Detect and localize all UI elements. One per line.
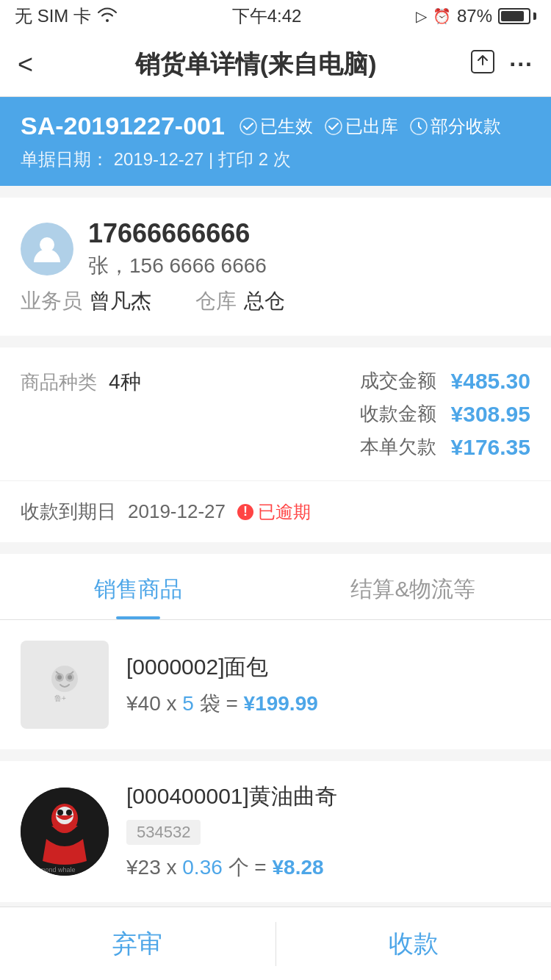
svg-point-14 [57, 810, 63, 815]
status-effective: 已生效 [240, 115, 313, 138]
product-price-2: ¥23 x 0.36 个 = ¥8.28 [126, 854, 530, 882]
battery-percent: 87% [457, 6, 492, 26]
status-partial: 部分收款 [410, 115, 501, 138]
carrier-label: 无 SIM 卡 [15, 4, 91, 28]
cancel-review-button[interactable]: 弃审 [0, 907, 276, 980]
product-item: 鲁+ [0000002]面包 ¥40 x 5 袋 = ¥199.99 [0, 620, 551, 749]
product-name-1: [0000002]面包 [126, 652, 530, 682]
customer-contact: 张，156 6666 6666 [88, 252, 267, 280]
back-button[interactable]: < [10, 42, 40, 87]
product-name-2: [000400001]黄油曲奇 [126, 782, 530, 812]
tab-settlement[interactable]: 结算&物流等 [276, 554, 551, 619]
tabs-section: 销售商品 结算&物流等 [0, 554, 551, 620]
product-info-1: [0000002]面包 ¥40 x 5 袋 = ¥199.99 [126, 652, 530, 718]
product-item: diamond whale [000400001]黄油曲奇 534532 ¥23… [0, 761, 551, 902]
order-date-info: 单据日期： 2019-12-27 | 打印 2 次 [21, 148, 530, 171]
product-sku-2: 534532 [126, 820, 201, 845]
bottom-bar: 弃审 收款 [0, 907, 551, 980]
amount-summary: 成交金额 ¥485.30 收款金额 ¥308.95 本单欠款 ¥176.35 [360, 368, 530, 460]
customer-meta: 业务员 曾凡杰 仓库 总仓 [21, 287, 530, 315]
alarm-icon: ⏰ [433, 7, 451, 25]
due-date-label: 收款到期日 [21, 499, 116, 525]
deal-amount-row: 成交金额 ¥485.30 [360, 368, 530, 394]
svg-point-8 [57, 675, 62, 680]
debt-amount: ¥176.35 [451, 435, 530, 460]
warehouse-info: 仓库 总仓 [195, 287, 285, 315]
staff-name: 曾凡杰 [90, 287, 151, 315]
debt-amount-row: 本单欠款 ¥176.35 [360, 434, 530, 460]
status-time: 下午4:42 [232, 4, 302, 28]
customer-name: 17666666666 [88, 218, 267, 249]
collect-payment-button[interactable]: 收款 [276, 907, 552, 980]
product-price-1: ¥40 x 5 袋 = ¥199.99 [126, 690, 530, 718]
nav-actions: ··· [471, 50, 533, 79]
customer-section: 17666666666 张，156 6666 6666 业务员 曾凡杰 仓库 总… [0, 198, 551, 336]
tab-products[interactable]: 销售商品 [0, 554, 276, 619]
status-right: ▷ ⏰ 87% [416, 6, 536, 26]
deal-amount: ¥485.30 [451, 369, 530, 394]
order-header-banner: SA-20191227-001 已生效 已出库 [0, 97, 551, 186]
product-thumbnail-1: 鲁+ [21, 641, 109, 729]
avatar [21, 223, 73, 275]
wifi-icon [97, 6, 118, 26]
status-shipped: 已出库 [325, 115, 398, 138]
page-title: 销货单详情(来自电脑) [40, 48, 471, 82]
order-status-badges: 已生效 已出库 部分收款 [240, 115, 501, 138]
warehouse-name: 总仓 [244, 287, 285, 315]
svg-point-1 [240, 118, 256, 134]
share-icon[interactable] [471, 50, 494, 79]
overdue-icon: ! [237, 504, 253, 520]
staff-info: 业务员 曾凡杰 [21, 287, 151, 315]
receipt-amount-row: 收款金额 ¥308.95 [360, 401, 530, 427]
nav-bar: < 销货单详情(来自电脑) ··· [0, 32, 551, 97]
svg-point-15 [66, 810, 72, 815]
product-type-count: 商品种类 4种 [21, 368, 141, 396]
receipt-amount: ¥308.95 [451, 402, 530, 427]
order-id: SA-20191227-001 [21, 112, 225, 140]
svg-text:diamond whale: diamond whale [31, 866, 76, 873]
product-info-2: [000400001]黄油曲奇 534532 ¥23 x 0.36 个 = ¥8… [126, 782, 530, 882]
due-date-section: 收款到期日 2019-12-27 ! 已逾期 [0, 480, 551, 542]
tabs-row: 销售商品 结算&物流等 [0, 554, 551, 620]
svg-point-9 [68, 675, 72, 680]
svg-point-2 [325, 118, 342, 134]
location-icon: ▷ [416, 7, 427, 25]
due-date-value: 2019-12-27 [128, 500, 226, 523]
status-left: 无 SIM 卡 [15, 4, 118, 28]
svg-text:鲁+: 鲁+ [54, 694, 66, 702]
status-bar: 无 SIM 卡 下午4:42 ▷ ⏰ 87% [0, 0, 551, 32]
more-icon[interactable]: ··· [509, 51, 533, 78]
overdue-text: 已逾期 [258, 500, 311, 524]
product-thumbnail-2: diamond whale [21, 788, 109, 876]
summary-section: 商品种类 4种 成交金额 ¥485.30 收款金额 ¥308.95 本单欠款 ¥… [0, 347, 551, 480]
overdue-indicator: ! 已逾期 [237, 500, 311, 524]
product-list: 鲁+ [0000002]面包 ¥40 x 5 袋 = ¥199.99 [0, 620, 551, 902]
battery-indicator [498, 8, 536, 24]
